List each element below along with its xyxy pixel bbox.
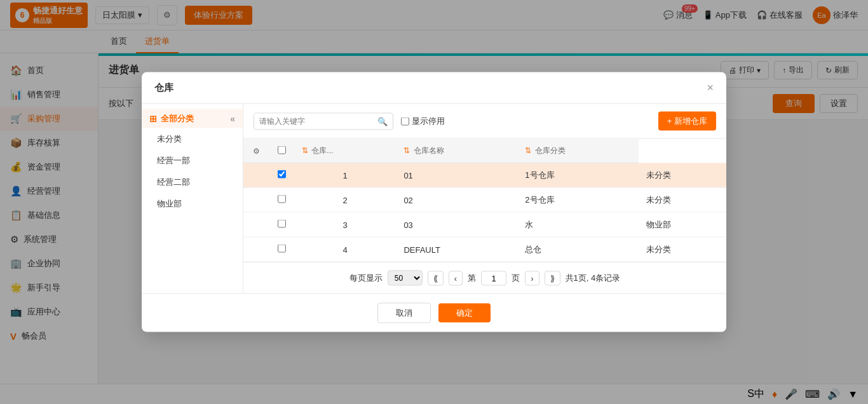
row-code: 01 xyxy=(396,163,517,187)
table-row[interactable]: 4 DEFAULT 总仓 未分类 xyxy=(243,237,726,262)
category-item-dept1[interactable]: 经营一部 xyxy=(142,150,243,172)
modal-main: 🔍 显示停用 + 新增仓库 ⚙ xyxy=(243,104,726,293)
warehouse-search-input[interactable] xyxy=(254,114,372,129)
row-checkbox-cell[interactable] xyxy=(269,237,294,262)
row-checkbox-cell[interactable] xyxy=(269,187,294,212)
category-all-label: 全部分类 xyxy=(161,113,194,125)
category-all[interactable]: ⊞ 全部分类 « xyxy=(142,109,243,128)
show-disabled-checkbox-label[interactable]: 显示停用 xyxy=(401,116,445,127)
row-checkbox[interactable] xyxy=(278,245,286,253)
row-code: DEFAULT xyxy=(396,237,517,262)
page-total: 共1页, 4条记录 xyxy=(566,273,621,284)
row-name: 1号仓库 xyxy=(517,163,639,187)
row-checkbox-cell[interactable] xyxy=(269,163,294,187)
th-name: ⇅ 仓库名称 xyxy=(396,139,517,163)
category-item-dept2[interactable]: 经营二部 xyxy=(142,172,243,193)
table-header-row: ⚙ ⇅ 仓库... ⇅ 仓库名称 xyxy=(243,139,726,163)
sort-icon: ⇅ xyxy=(302,146,308,155)
search-icon[interactable]: 🔍 xyxy=(372,113,393,129)
row-name: 2号仓库 xyxy=(517,187,639,212)
row-category: 物业部 xyxy=(639,212,726,237)
prev-page-button[interactable]: ‹ xyxy=(449,271,463,285)
row-name: 总仓 xyxy=(517,237,639,262)
row-code: 03 xyxy=(396,212,517,237)
modal-title: 仓库 xyxy=(154,82,173,94)
collapse-icon[interactable]: « xyxy=(230,114,235,124)
th-category: ⇅ 仓库分类 xyxy=(517,139,639,163)
row-index: 3 xyxy=(294,212,396,237)
sort-icon: ⇅ xyxy=(403,146,410,155)
last-page-button[interactable]: ⟫ xyxy=(545,271,560,285)
next-page-button[interactable]: › xyxy=(525,271,539,285)
cancel-button[interactable]: 取消 xyxy=(377,303,431,323)
category-item-uncategorized[interactable]: 未分类 xyxy=(142,128,243,150)
row-category: 未分类 xyxy=(639,187,726,212)
per-page-label: 每页显示 xyxy=(349,273,383,284)
show-disabled-checkbox[interactable] xyxy=(401,117,409,125)
select-all-checkbox[interactable] xyxy=(278,145,286,154)
table-row[interactable]: 2 02 2号仓库 未分类 xyxy=(243,187,726,212)
gear-icon: ⚙ xyxy=(253,146,260,155)
add-warehouse-button[interactable]: + 新增仓库 xyxy=(658,112,716,131)
confirm-button[interactable]: 确定 xyxy=(438,304,491,323)
row-checkbox[interactable] xyxy=(278,170,286,178)
grid-icon: ⊞ xyxy=(149,114,157,124)
modal-pagination: 每页显示 50 10 20 100 ⟪ ‹ 第 页 › ⟫ 共1页, 4条记录 xyxy=(243,262,726,293)
row-checkbox[interactable] xyxy=(278,195,286,203)
modal-footer: 取消 确定 xyxy=(142,293,726,332)
th-code: ⇅ 仓库... xyxy=(294,139,396,163)
row-gear xyxy=(243,187,269,212)
category-item-property[interactable]: 物业部 xyxy=(142,193,243,215)
row-gear xyxy=(243,237,269,262)
modal-toolbar: 🔍 显示停用 + 新增仓库 xyxy=(243,104,726,139)
table-row[interactable]: 3 03 水 物业部 xyxy=(243,212,726,237)
row-index: 4 xyxy=(294,237,396,262)
row-checkbox-cell[interactable] xyxy=(269,212,294,237)
modal-header: 仓库 × xyxy=(142,72,726,104)
row-gear xyxy=(243,163,269,187)
row-gear xyxy=(243,212,269,237)
row-index: 1 xyxy=(294,163,396,187)
category-sidebar: ⊞ 全部分类 « 未分类 经营一部 经营二部 物业部 xyxy=(142,104,243,293)
row-category: 未分类 xyxy=(639,163,726,187)
row-checkbox[interactable] xyxy=(278,220,286,228)
row-index: 2 xyxy=(294,187,396,212)
warehouse-table: ⚙ ⇅ 仓库... ⇅ 仓库名称 xyxy=(243,139,726,262)
row-category: 未分类 xyxy=(639,237,726,262)
modal-body: ⊞ 全部分类 « 未分类 经营一部 经营二部 物业部 🔍 xyxy=(142,104,726,293)
sort-icon: ⇅ xyxy=(525,146,531,155)
th-checkbox xyxy=(269,139,294,163)
warehouse-modal: 仓库 × ⊞ 全部分类 « 未分类 经营一部 经营二部 物业部 xyxy=(142,72,726,332)
page-suffix: 页 xyxy=(512,273,520,284)
page-input[interactable] xyxy=(481,271,506,285)
search-box: 🔍 xyxy=(254,112,393,130)
modal-close-button[interactable]: × xyxy=(707,81,714,95)
th-settings: ⚙ xyxy=(243,139,269,163)
page-label: 第 xyxy=(468,273,476,284)
first-page-button[interactable]: ⟪ xyxy=(428,271,444,285)
row-name: 水 xyxy=(517,212,639,237)
table-row[interactable]: 1 01 1号仓库 未分类 xyxy=(243,163,726,187)
per-page-select[interactable]: 50 10 20 100 xyxy=(388,271,423,286)
row-code: 02 xyxy=(396,187,517,212)
